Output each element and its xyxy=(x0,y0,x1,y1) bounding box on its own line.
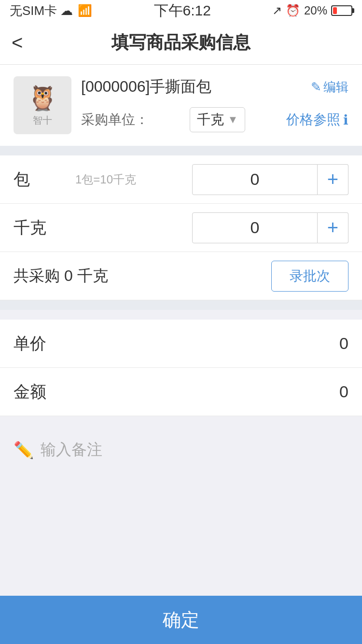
unit-value: 千克 xyxy=(197,111,224,129)
amount-value: 0 xyxy=(339,382,348,401)
kg-row: 千克 + xyxy=(0,204,362,252)
battery-icon xyxy=(331,5,352,16)
pencil-icon: ✏️ xyxy=(14,440,34,460)
price-ref-help-icon: ℹ xyxy=(343,112,348,128)
bag-quantity-input[interactable] xyxy=(192,164,318,195)
price-ref-button[interactable]: 价格参照 ℹ xyxy=(286,111,348,129)
edit-button[interactable]: ✎ 编辑 xyxy=(311,79,348,96)
alarm-icon: ⏰ xyxy=(286,4,300,17)
status-right: ↗ ⏰ 20% xyxy=(272,4,352,17)
nav-bar: < 填写商品采购信息 xyxy=(0,21,362,65)
wifi-icon: 📶 xyxy=(78,4,92,17)
kg-label: 千克 xyxy=(14,217,71,239)
confirm-button[interactable]: 确定 xyxy=(0,596,362,644)
product-name: [0000006]手撕面包 xyxy=(81,76,211,98)
batch-button[interactable]: 录批次 xyxy=(271,261,348,292)
note-placeholder: 输入备注 xyxy=(41,439,102,461)
bag-section: 包 1包=10千克 + 千克 + 共采购 0 千克 录批次 xyxy=(0,155,362,300)
status-bar: 无SIM卡 ☁ 📶 下午6:12 ↗ ⏰ 20% xyxy=(0,0,362,21)
price-ref-label: 价格参照 xyxy=(286,111,340,129)
unit-dropdown-arrow: ▼ xyxy=(228,113,238,126)
product-name-row: [0000006]手撕面包 ✎ 编辑 xyxy=(81,76,348,98)
divider-2 xyxy=(0,300,362,310)
amount-row: 金额 0 xyxy=(0,368,362,416)
bag-input-group: + xyxy=(192,164,348,195)
product-thumbnail: 🦉 智十 xyxy=(14,76,71,134)
status-time: 下午6:12 xyxy=(154,1,211,21)
unit-price-value: 0 xyxy=(339,334,348,353)
total-label: 共采购 0 千克 xyxy=(14,266,108,287)
bag-sublabel: 1包=10千克 xyxy=(75,172,136,187)
page-title: 填写商品采购信息 xyxy=(111,31,251,55)
unit-price-label: 单价 xyxy=(14,333,46,355)
total-row: 共采购 0 千克 录批次 xyxy=(0,252,362,300)
product-unit-row: 采购单位： 千克 ▼ 价格参照 ℹ xyxy=(81,107,348,132)
edit-icon: ✎ xyxy=(311,80,321,95)
kg-plus-button[interactable]: + xyxy=(318,212,348,243)
divider-1 xyxy=(0,146,362,155)
amount-label: 金额 xyxy=(14,381,46,403)
unit-price-row: 单价 0 xyxy=(0,320,362,368)
bag-label: 包 xyxy=(14,168,71,191)
product-info: [0000006]手撕面包 ✎ 编辑 采购单位： 千克 ▼ 价格参照 ℹ xyxy=(81,76,348,132)
kg-input-group: + xyxy=(192,212,348,243)
back-button[interactable]: < xyxy=(12,32,23,54)
sim-label: 无SIM卡 ☁ xyxy=(10,2,73,19)
location-icon: ↗ xyxy=(272,4,282,17)
product-thumb-owl-icon: 🦉 xyxy=(28,84,57,112)
edit-label: 编辑 xyxy=(323,79,348,96)
bag-plus-button[interactable]: + xyxy=(318,164,348,195)
battery-percent: 20% xyxy=(304,4,327,17)
product-thumb-text: 智十 xyxy=(33,114,52,127)
unit-label: 采购单位： xyxy=(81,111,149,129)
note-section[interactable]: ✏️ 输入备注 xyxy=(0,416,362,484)
status-left: 无SIM卡 ☁ 📶 xyxy=(10,2,92,19)
price-section: 单价 0 金额 0 xyxy=(0,320,362,416)
product-section: 🦉 智十 [0000006]手撕面包 ✎ 编辑 采购单位： 千克 ▼ 价格参照 … xyxy=(0,65,362,146)
unit-select[interactable]: 千克 ▼ xyxy=(190,107,246,132)
bag-row: 包 1包=10千克 + xyxy=(0,155,362,204)
kg-quantity-input[interactable] xyxy=(192,212,318,243)
